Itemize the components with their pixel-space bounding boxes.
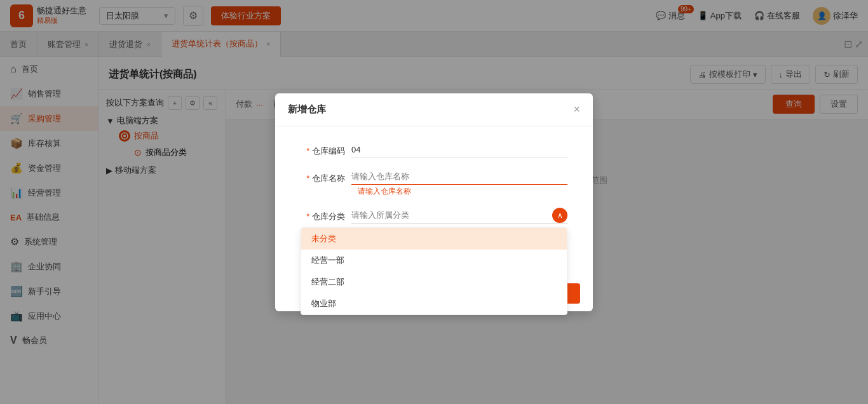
dropdown-option-property[interactable]: 物业部 <box>301 293 567 314</box>
category-dropdown-wrapper: ∧ 未分类 经营一部 经营二部 物业部 <box>351 207 567 224</box>
category-label: * 仓库分类 <box>301 207 351 222</box>
code-input[interactable] <box>351 142 567 158</box>
dropdown-option-uncategorized[interactable]: 未分类 <box>301 228 567 250</box>
required-star-code: * <box>306 146 309 156</box>
new-warehouse-modal: 新增仓库 × * 仓库编码 * 仓库名称 <box>275 93 593 311</box>
required-star-name: * <box>306 173 309 183</box>
modal-close-button[interactable]: × <box>573 104 580 115</box>
dropdown-option-dept1[interactable]: 经营一部 <box>301 250 567 271</box>
modal-header: 新增仓库 × <box>275 93 593 126</box>
name-label: * 仓库名称 <box>301 169 351 184</box>
dropdown-option-dept2[interactable]: 经营二部 <box>301 271 567 293</box>
category-field-row: * 仓库分类 ∧ 未分类 经营一部 经营二部 物业部 <box>301 207 567 224</box>
category-dropdown-toggle[interactable]: ∧ <box>552 208 567 223</box>
modal-body: * 仓库编码 * 仓库名称 请输入仓库名称 <box>275 126 593 276</box>
name-input[interactable] <box>351 168 567 185</box>
code-field-row: * 仓库编码 <box>301 142 567 158</box>
name-field-row: * 仓库名称 请输入仓库名称 <box>301 168 567 197</box>
category-dropdown-list: 未分类 经营一部 经营二部 物业部 <box>301 227 567 315</box>
modal-overlay: 新增仓库 × * 仓库编码 * 仓库名称 <box>0 0 868 404</box>
modal-title: 新增仓库 <box>288 104 326 116</box>
category-input[interactable] <box>351 207 567 224</box>
name-error-msg: 请输入仓库名称 <box>358 187 411 196</box>
required-star-category: * <box>306 212 309 221</box>
code-label: * 仓库编码 <box>301 142 351 157</box>
chevron-up-icon: ∧ <box>557 211 563 220</box>
